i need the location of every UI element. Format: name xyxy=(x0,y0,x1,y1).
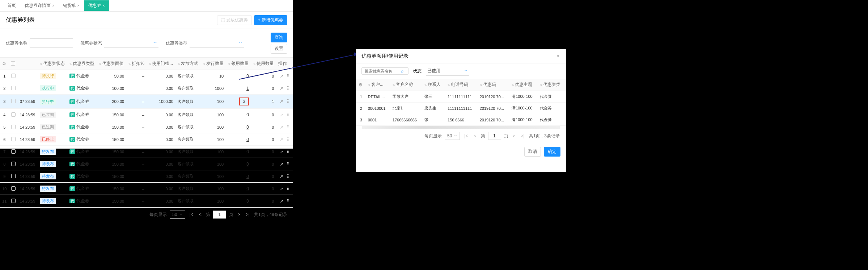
close-icon[interactable]: × xyxy=(103,4,105,8)
row-checkbox[interactable] xyxy=(11,125,16,129)
sort-icon[interactable]: ⇅ xyxy=(480,83,482,87)
gear-icon[interactable]: ⚙ xyxy=(359,82,363,87)
row-checkbox[interactable] xyxy=(11,186,16,191)
sort-icon[interactable]: ⇅ xyxy=(448,83,450,87)
tab-home[interactable]: 首页 xyxy=(3,0,20,11)
table-row[interactable]: 307 23:59执行中代代金券200.00--1000.00客户领取10031… xyxy=(0,95,293,109)
tab-sales-order[interactable]: 销货单× xyxy=(59,0,84,11)
row-checkbox[interactable] xyxy=(11,137,16,141)
table-row[interactable]: 514 23:59已过期代代金券150.00--0.00客户领取10000↗ ⠿ xyxy=(0,121,293,133)
ok-button[interactable]: 确定 xyxy=(544,147,560,157)
take-count[interactable]: 1 xyxy=(246,86,249,91)
select-all-checkbox[interactable] xyxy=(11,61,15,66)
distribute-coupon-button[interactable]: ⬚发放优惠券 xyxy=(217,15,252,25)
gear-icon[interactable]: ⚙ xyxy=(2,61,6,66)
coupon-name-input[interactable] xyxy=(30,38,73,48)
row-checkbox[interactable] xyxy=(11,112,16,117)
close-icon[interactable]: × xyxy=(52,4,54,8)
per-page-select[interactable]: 50 ﹀ xyxy=(445,132,460,140)
sort-icon[interactable]: ⇅ xyxy=(128,62,131,66)
face-value: 150.00 xyxy=(97,109,126,121)
page-input[interactable] xyxy=(488,132,501,140)
sort-icon[interactable]: ⇅ xyxy=(203,62,206,66)
cancel-button[interactable]: 取消 xyxy=(524,147,541,157)
sort-icon[interactable]: ⇅ xyxy=(99,62,101,66)
row-checkbox[interactable] xyxy=(11,199,16,203)
search-input[interactable] xyxy=(365,69,401,73)
table-row[interactable]: 814 23:59待发布代代金券150.00--0.00客户领取10000↗ ⠿ xyxy=(0,158,293,170)
first-page-button[interactable]: |< xyxy=(188,212,195,217)
tab-coupon-detail[interactable]: 优惠券详情页× xyxy=(20,0,59,11)
take-count[interactable]: 0 xyxy=(246,137,249,142)
sort-icon[interactable]: ⇅ xyxy=(424,83,427,87)
prev-page-button[interactable]: < xyxy=(472,133,478,138)
add-coupon-button[interactable]: + 新增优惠券 xyxy=(254,15,287,25)
sort-icon[interactable]: ⇅ xyxy=(149,62,151,66)
row-time: 14 23:59 xyxy=(18,146,38,158)
customer-name: 北京1 xyxy=(390,103,423,114)
take-count[interactable]: 0 xyxy=(246,186,249,191)
row-checkbox[interactable] xyxy=(11,99,16,103)
next-page-button[interactable]: > xyxy=(511,133,517,138)
next-page-button[interactable]: > xyxy=(236,212,242,217)
close-icon[interactable]: × xyxy=(77,4,80,8)
take-count[interactable]: 0 xyxy=(246,125,249,130)
share-icon[interactable]: ↗ xyxy=(279,99,284,104)
last-page-button[interactable]: >| xyxy=(245,212,251,217)
tab-coupon[interactable]: 优惠券× xyxy=(84,0,109,11)
take-count[interactable]: 0 xyxy=(246,199,249,204)
row-checkbox[interactable] xyxy=(11,86,16,90)
table-row[interactable]: 1RETAIL...零散客户张三111111111112019120 70...… xyxy=(356,91,566,103)
usage-record-modal: 优惠券领用/使用记录 × ⌕ 状态 已使用 ﹀ ⚙ ⇅客户... ⇅客户名称 ⇅… xyxy=(356,49,566,172)
sort-icon[interactable]: ⇅ xyxy=(540,83,542,87)
table-row[interactable]: 1014 23:59待发布代代金券150.00--0.00客户领取10000↗ … xyxy=(0,183,293,195)
row-checkbox[interactable] xyxy=(11,149,16,154)
share-icon[interactable]: ↗ xyxy=(279,74,284,79)
row-checkbox[interactable] xyxy=(11,74,16,78)
sort-icon[interactable]: ⇅ xyxy=(228,62,230,66)
settings-button[interactable]: 设置 xyxy=(271,44,287,54)
last-page-button[interactable]: >| xyxy=(520,133,526,138)
table-row[interactable]: 1待执行代代金券50.00--0.00客户领取1000↗ ⠿ xyxy=(0,70,293,82)
method: 客户领取 xyxy=(175,133,201,146)
table-row[interactable]: 1114 23:59待发布代代金券150.00--0.00客户领取10000↗ … xyxy=(0,195,293,207)
search-icon[interactable]: ⌕ xyxy=(401,68,403,74)
qrcode-icon[interactable]: ⠿ xyxy=(285,74,291,79)
close-icon[interactable]: × xyxy=(556,54,560,59)
table-row[interactable]: 2执行中代代金券100.00--0.00客户领取100010↗ ⠿ xyxy=(0,82,293,95)
table-row[interactable]: 914 23:59待发布代代金券150.00--0.00客户领取10000↗ ⠿ xyxy=(0,170,293,183)
table-row[interactable]: 614 23:59已终止代代金券150.00--0.00客户领取10000↗ ⠿ xyxy=(0,133,293,146)
table-row[interactable]: 3000117666666666张156 6666 ...2019120 70.… xyxy=(356,114,566,126)
modal-status-select[interactable]: 已使用 ﹀ xyxy=(426,66,469,76)
table-row[interactable]: 200010001北京1唐先生111111111112019120 70...满… xyxy=(356,103,566,114)
first-page-button[interactable]: |< xyxy=(463,133,469,138)
qrcode-icon[interactable]: ⠿ xyxy=(285,99,291,104)
customer-code: 00010001 xyxy=(366,103,390,114)
take-count[interactable]: 0 xyxy=(246,112,249,117)
sort-icon[interactable]: ⇅ xyxy=(512,83,514,87)
table-row[interactable]: 714 23:59待发布代代金券150.00--0.00客户领取10000↗ ⠿ xyxy=(0,146,293,158)
horizontal-scrollbar[interactable] xyxy=(362,126,560,129)
prev-page-button[interactable]: < xyxy=(198,212,203,217)
type-select[interactable]: ﹀ xyxy=(190,38,244,48)
sort-icon[interactable]: ⇅ xyxy=(40,62,42,66)
sort-icon[interactable]: ⇅ xyxy=(393,83,395,87)
take-count[interactable]: 0 xyxy=(246,162,249,167)
search-box[interactable]: ⌕ xyxy=(361,67,408,75)
status-select[interactable]: ﹀ xyxy=(104,38,158,48)
sort-icon[interactable]: ⇅ xyxy=(69,62,72,66)
take-count[interactable]: 0 xyxy=(246,174,249,179)
sort-icon[interactable]: ⇅ xyxy=(368,83,371,87)
per-page-select[interactable]: 50 ﹀ xyxy=(170,211,185,219)
qrcode-icon[interactable]: ⠿ xyxy=(285,86,291,91)
row-checkbox[interactable] xyxy=(11,174,16,178)
page-input[interactable] xyxy=(213,211,226,219)
sort-icon[interactable]: ⇅ xyxy=(178,62,180,66)
table-row[interactable]: 414 23:59已过期代代金券150.00--0.00客户领取10000↗ ⠿ xyxy=(0,109,293,121)
share-icon[interactable]: ↗ xyxy=(279,86,284,91)
take-count[interactable]: 0 xyxy=(246,149,249,154)
query-button[interactable]: 查询 xyxy=(271,33,287,42)
sort-icon[interactable]: ⇅ xyxy=(253,62,256,66)
take-count-highlight[interactable]: 3 xyxy=(239,97,249,105)
row-checkbox[interactable] xyxy=(11,162,16,166)
